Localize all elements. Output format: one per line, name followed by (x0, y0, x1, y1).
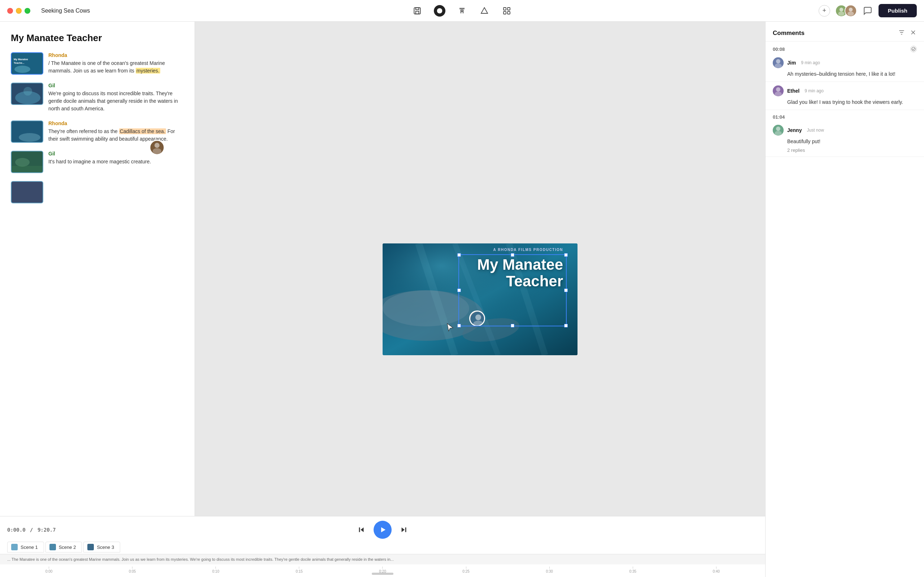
transcript-title: My Manatee Teacher (11, 32, 184, 44)
playback-controls: 0:00.0 / 9:20.7 (0, 516, 765, 542)
svg-rect-2 (416, 11, 419, 14)
video-preview[interactable]: A RHONDA FILMS PRODUCTION My Manatee Tea… (383, 243, 577, 355)
collaborator-avatars (835, 5, 857, 17)
shape-tool-icon[interactable] (478, 5, 490, 16)
svg-rect-58 (359, 528, 360, 532)
video-production-label: A RHONDA FILMS PRODUCTION (493, 248, 563, 252)
publish-button[interactable]: Publish (879, 4, 917, 17)
chat-icon[interactable] (862, 5, 874, 16)
bottom-bar: 0:00.0 / 9:20.7 Scene 1 (0, 516, 765, 577)
comment-meta: Ethel 9 min ago (773, 85, 917, 96)
commenter-name-jenny: Jenny (787, 127, 802, 133)
svg-rect-28 (11, 166, 43, 173)
minimize-button[interactable] (16, 8, 22, 14)
titlebar-right: + Publish (819, 4, 917, 17)
comment-meta: Jim 9 min ago (773, 57, 917, 68)
timeline-area: Scene 1 Scene 2 Scene 3 ... The Manatee … (0, 542, 765, 577)
text-tool-icon[interactable] (456, 5, 468, 16)
segment-content: Gil It's hard to imagine a more magestic… (48, 151, 184, 173)
svg-marker-60 (402, 528, 405, 532)
segment-thumbnail[interactable] (11, 181, 43, 203)
skip-back-button[interactable] (355, 523, 368, 536)
transcript-segment: Gil It's hard to imagine a more magestic… (11, 151, 184, 173)
timestamp-group: 00:08 (766, 42, 924, 54)
ruler-tick-8: 0:40 (675, 567, 758, 574)
scene-tab-3[interactable]: Scene 3 (83, 542, 120, 553)
svg-point-14 (848, 11, 854, 16)
transcript-strip: ... The Manatee is one of the ocean's gr… (0, 554, 765, 564)
play-button[interactable] (373, 521, 392, 539)
commenter-name-ethel: Ethel (787, 88, 800, 94)
comment-meta-jenny: Jenny Just now (773, 125, 917, 135)
svg-marker-57 (360, 528, 363, 532)
comments-title: Comments (773, 29, 804, 37)
close-button[interactable] (7, 8, 13, 14)
segment-thumbnail[interactable] (11, 82, 43, 105)
segment-content: Rhonda / The Manatee is one of the ocean… (48, 52, 184, 75)
comment-item-jenny: Jenny Just now Beautifully put! 2 replie… (766, 121, 924, 157)
svg-point-40 (475, 314, 481, 320)
speaker-label: Gil (48, 82, 184, 89)
ruler-tick-7: 0:35 (591, 567, 675, 574)
svg-point-13 (849, 8, 853, 11)
comment-time-jim: 9 min ago (801, 60, 820, 65)
scene-tabs: Scene 1 Scene 2 Scene 3 (0, 542, 765, 553)
segment-text: It's hard to imagine a more magestic cre… (48, 158, 184, 166)
segment-text: They're often referred to as the Cadilla… (48, 128, 184, 143)
close-comments-icon[interactable] (909, 29, 917, 37)
svg-point-55 (776, 127, 780, 131)
segment-text: We're going to discuss its most incredib… (48, 90, 184, 113)
speaker-label: Rhonda (48, 52, 184, 58)
transcript-panel: My Manatee Teacher My Manatee Teache... … (0, 22, 195, 577)
ruler-tick-3: 0:15 (257, 567, 341, 574)
save-tool-icon[interactable] (412, 5, 423, 16)
segment-thumbnail[interactable] (11, 121, 43, 143)
timeline-ruler: 0:00 0:05 0:10 0:15 0:20 0:25 0:30 0:35 (0, 564, 765, 577)
scene-tab-1[interactable]: Scene 1 (7, 542, 44, 553)
replies-link[interactable]: 2 replies (773, 148, 917, 153)
svg-point-11 (838, 11, 845, 16)
record-tool-icon[interactable] (434, 5, 446, 16)
highlight-mysteries: mysteries. (136, 68, 160, 74)
segment-content: Rhonda They're often referred to as the … (48, 121, 184, 143)
comment-time-jenny: Just now (807, 128, 824, 133)
segment-thumbnail[interactable]: My Manatee Teache... (11, 52, 43, 75)
svg-marker-59 (381, 527, 386, 532)
transcript-segment (11, 181, 184, 203)
timeline-scroll-handle[interactable] (372, 573, 393, 575)
comment-item: Ethel 9 min ago Glad you like! I was try… (766, 82, 924, 110)
skip-forward-button[interactable] (397, 523, 410, 536)
svg-rect-0 (414, 8, 420, 14)
svg-point-23 (19, 133, 40, 142)
svg-point-10 (840, 8, 843, 11)
svg-rect-6 (507, 8, 510, 10)
maximize-button[interactable] (24, 8, 30, 14)
avatar-on-video (469, 311, 485, 326)
scene-tab-2[interactable]: Scene 2 (45, 542, 82, 553)
commenter-avatar-jim (773, 57, 783, 68)
svg-rect-61 (405, 528, 406, 532)
svg-point-18 (15, 66, 30, 73)
svg-point-3 (437, 8, 443, 13)
segment-thumbnail[interactable] (11, 151, 43, 173)
timestamp-label-2: 01:04 (773, 114, 917, 120)
commenter-avatar-jenny (773, 125, 783, 135)
scene-icon-2 (50, 544, 56, 550)
comment-text-ethel: Glad you like! I was trying to hook the … (773, 98, 917, 106)
svg-point-25 (155, 143, 160, 148)
timestamp-check-icon[interactable] (910, 46, 917, 52)
comments-actions (898, 29, 917, 37)
grid-tool-icon[interactable] (501, 5, 512, 16)
segment-text: / The Manatee is one of the ocean's grea… (48, 60, 184, 75)
traffic-lights (7, 8, 30, 14)
timestamp-label: 00:08 (773, 46, 917, 52)
svg-point-52 (776, 87, 780, 92)
ruler-tick-5: 0:25 (425, 567, 508, 574)
svg-rect-7 (504, 11, 506, 14)
main-container: My Manatee Teacher My Manatee Teache... … (0, 22, 924, 577)
svg-text:Teache...: Teache... (14, 62, 24, 64)
filter-icon[interactable] (898, 29, 905, 37)
svg-point-49 (776, 59, 780, 63)
add-collaborator-button[interactable]: + (819, 5, 830, 16)
comment-time-ethel: 9 min ago (804, 89, 824, 93)
